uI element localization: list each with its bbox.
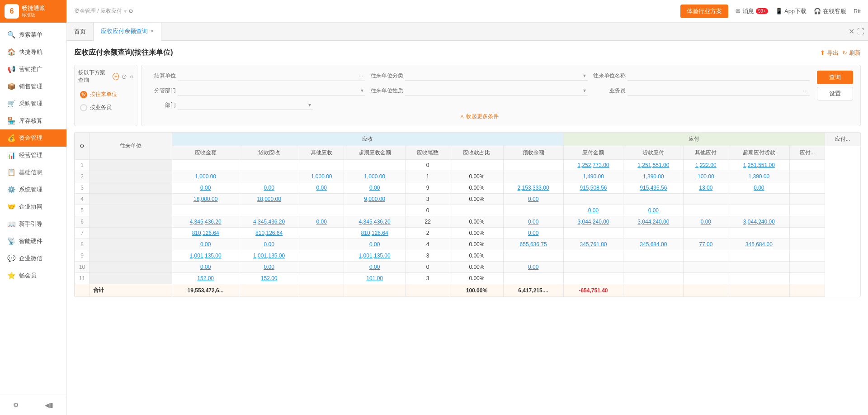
app-download-btn[interactable]: 📱 App下载 bbox=[775, 7, 807, 15]
ar_amount-cell[interactable]: 0.00 bbox=[172, 182, 239, 194]
ar_amount-cell[interactable]: 152.00 bbox=[172, 273, 239, 284]
ar_overdue-cell[interactable]: 9,000.00 bbox=[344, 194, 406, 205]
add-icon[interactable]: + bbox=[113, 73, 119, 80]
sidebar-item-operations[interactable]: 📊 经营管理 bbox=[0, 147, 66, 164]
partner-name-input[interactable] bbox=[627, 71, 810, 81]
dept-select[interactable]: ▾ bbox=[178, 100, 313, 110]
tab-close-window-btn[interactable]: ✕ bbox=[849, 27, 854, 36]
ar_prepay-cell[interactable]: 0.00 bbox=[503, 194, 563, 205]
ar_prepay-cell[interactable]: 0.00 bbox=[503, 228, 563, 239]
ar_overdue-cell[interactable]: 1,000.00 bbox=[344, 171, 406, 182]
managing-dept-select[interactable]: ▾ bbox=[178, 86, 365, 95]
ap_loan-cell[interactable]: 915,495.56 bbox=[623, 182, 684, 194]
ar_amount-cell[interactable]: 4,345,436.20 bbox=[172, 216, 239, 228]
footer-ar-prepay[interactable]: 6,417,215.... bbox=[503, 284, 563, 297]
sidebar-item-purchase[interactable]: 🛒 采购管理 bbox=[0, 95, 66, 112]
tab-close-btn[interactable]: × bbox=[151, 28, 154, 34]
sidebar-item-marketing[interactable]: 📢 营销推广 bbox=[0, 61, 66, 78]
ap_loan-cell[interactable]: 0.00 bbox=[623, 205, 684, 216]
sidebar-item-sales[interactable]: 📦 销售管理 bbox=[0, 78, 66, 95]
ap_overdue-cell[interactable]: 0.00 bbox=[728, 182, 790, 194]
sidebar-item-inventory[interactable]: 🏪 库存核算 bbox=[0, 112, 66, 129]
ap_amount-cell[interactable]: 345,761.00 bbox=[563, 239, 623, 250]
ar_loan-cell[interactable]: 152.00 bbox=[239, 273, 299, 284]
partner-category-select[interactable]: ▾ bbox=[405, 71, 587, 81]
ap_other-cell[interactable]: 0.00 bbox=[684, 216, 728, 228]
sidebar-item-enterprise[interactable]: 🤝 企业协同 bbox=[0, 198, 66, 215]
ap_other-cell[interactable]: 13.00 bbox=[684, 182, 728, 194]
messages-btn[interactable]: ✉ 消息 99+ bbox=[736, 7, 768, 15]
ap_amount-cell[interactable]: 1,490.00 bbox=[563, 171, 623, 182]
query-by-salesman[interactable]: 按业务员 bbox=[76, 101, 135, 114]
partner-nature-select[interactable]: ▾ bbox=[405, 86, 587, 95]
partner-name-field[interactable] bbox=[629, 72, 808, 79]
ar_overdue-cell[interactable]: 0.00 bbox=[344, 262, 406, 273]
table-config-icon[interactable]: ⚙ bbox=[80, 143, 85, 149]
ap_loan-cell[interactable]: 1,390.00 bbox=[623, 171, 684, 182]
ap_other-cell[interactable]: 100.00 bbox=[684, 171, 728, 182]
sidebar-item-system[interactable]: ⚙️ 系统管理 bbox=[0, 181, 66, 198]
ar_amount-cell[interactable]: 810,126.64 bbox=[172, 228, 239, 239]
ar_loan-cell[interactable]: 0.00 bbox=[239, 182, 299, 194]
ar_loan-cell[interactable]: 810,126.64 bbox=[239, 228, 299, 239]
ar_other-cell[interactable]: 1,000.00 bbox=[299, 171, 344, 182]
ar_overdue-cell[interactable]: 0.00 bbox=[344, 182, 406, 194]
ar_loan-cell[interactable]: 0.00 bbox=[239, 239, 299, 250]
ap_amount-cell[interactable]: 915,508.56 bbox=[563, 182, 623, 194]
refresh-btn[interactable]: ↻ 刷新 bbox=[842, 49, 861, 57]
sidebar-item-member[interactable]: ⭐ 畅会员 bbox=[0, 267, 66, 284]
query-by-partner[interactable]: 按 按往来单位 bbox=[76, 88, 135, 101]
tab-ar-ap-query[interactable]: 应收应付余额查询 × bbox=[94, 23, 161, 41]
sidebar-item-weixin[interactable]: 💬 企业微信 bbox=[0, 250, 66, 267]
sidebar-item-basic-info[interactable]: 📋 基础信息 bbox=[0, 164, 66, 181]
sidebar-item-smart-hw[interactable]: 📡 智能硬件 bbox=[0, 233, 66, 250]
export-btn[interactable]: ⬆ 导出 bbox=[820, 49, 839, 57]
ap_other-cell[interactable]: 77.00 bbox=[684, 239, 728, 250]
ar_amount-cell[interactable]: 0.00 bbox=[172, 262, 239, 273]
ar_loan-cell[interactable]: 18,000.00 bbox=[239, 194, 299, 205]
ar_other-cell[interactable]: 0.00 bbox=[299, 216, 344, 228]
ar_loan-cell[interactable]: 1,001,135.00 bbox=[239, 250, 299, 262]
ap_overdue-cell[interactable]: 1,251,551.00 bbox=[728, 160, 790, 171]
settings-small-icon[interactable]: ⊙ bbox=[122, 73, 127, 80]
ar_prepay-cell[interactable]: 2,153,333.00 bbox=[503, 182, 563, 194]
ap_other-cell[interactable]: 1,222.00 bbox=[684, 160, 728, 171]
collapse-btn[interactable]: ∧ 收起更多条件 bbox=[460, 113, 498, 119]
ap_amount-cell[interactable]: 0.00 bbox=[563, 205, 623, 216]
ap_amount-cell[interactable]: 3,044,240.00 bbox=[563, 216, 623, 228]
sidebar-item-quick-nav[interactable]: 🏠 快捷导航 bbox=[0, 43, 66, 61]
user-display[interactable]: Rit bbox=[854, 8, 861, 14]
settlement-unit-input[interactable]: ··· bbox=[178, 71, 365, 81]
ar_prepay-cell[interactable]: 0.00 bbox=[503, 216, 563, 228]
sidebar-item-capital[interactable]: 💰 资金管理 bbox=[0, 129, 66, 147]
footer-ar-amount[interactable]: 19,553,472,6... bbox=[172, 284, 239, 297]
ar_loan-cell[interactable]: 0.00 bbox=[239, 262, 299, 273]
ar_overdue-cell[interactable]: 810,126.64 bbox=[344, 228, 406, 239]
ap_loan-cell[interactable]: 1,251,551.00 bbox=[623, 160, 684, 171]
online-service-btn[interactable]: 🎧 在线客服 bbox=[814, 7, 846, 15]
ap_loan-cell[interactable]: 345,684.00 bbox=[623, 239, 684, 250]
tab-home[interactable]: 首页 bbox=[67, 23, 94, 40]
ar_overdue-cell[interactable]: 4,345,436.20 bbox=[344, 216, 406, 228]
sidebar-collapse-btn[interactable]: ◀▮ bbox=[41, 400, 57, 410]
sidebar-item-search-menu[interactable]: 🔍 搜索菜单 bbox=[0, 26, 66, 43]
ar_overdue-cell[interactable]: 0.00 bbox=[344, 239, 406, 250]
ar_amount-cell[interactable]: 1,001,135.00 bbox=[172, 250, 239, 262]
ar_overdue-cell[interactable]: 101.00 bbox=[344, 273, 406, 284]
ap_overdue-cell[interactable]: 345,684.00 bbox=[728, 239, 790, 250]
ar_prepay-cell[interactable]: 0.00 bbox=[503, 262, 563, 273]
ar_other-cell[interactable]: 0.00 bbox=[299, 182, 344, 194]
ap_overdue-cell[interactable]: 1,390.00 bbox=[728, 171, 790, 182]
ar_loan-cell[interactable]: 4,345,436.20 bbox=[239, 216, 299, 228]
settings-btn[interactable]: 设置 bbox=[817, 87, 853, 100]
collapse-left-icon[interactable]: « bbox=[130, 73, 133, 80]
ar_amount-cell[interactable]: 0.00 bbox=[172, 239, 239, 250]
ar_amount-cell[interactable]: 1,000.00 bbox=[172, 171, 239, 182]
tab-expand-btn[interactable]: ⛶ bbox=[857, 28, 864, 36]
ar_overdue-cell[interactable]: 1,001,135.00 bbox=[344, 250, 406, 262]
sidebar-settings-btn[interactable]: ⚙ bbox=[9, 400, 23, 410]
query-btn[interactable]: 查询 bbox=[817, 71, 853, 84]
ar_amount-cell[interactable]: 18,000.00 bbox=[172, 194, 239, 205]
ap_amount-cell[interactable]: 1,252,773.00 bbox=[563, 160, 623, 171]
salesman-input[interactable]: ··· bbox=[627, 86, 810, 96]
